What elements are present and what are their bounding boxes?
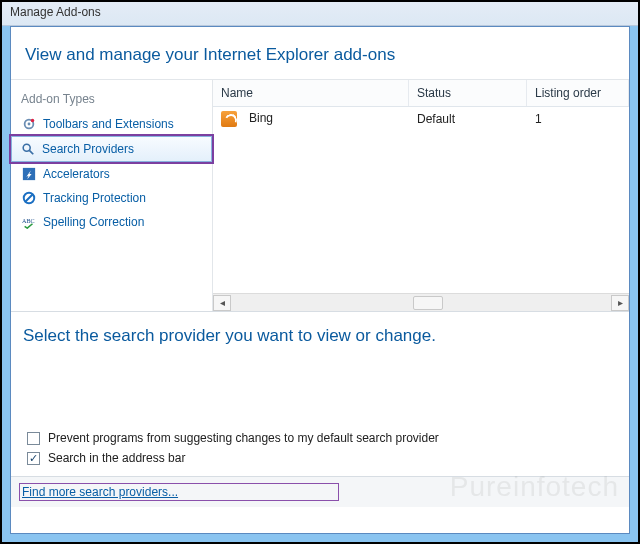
sidebar-item-toolbars[interactable]: Toolbars and Extensions xyxy=(13,112,210,136)
cell-status: Default xyxy=(409,112,527,126)
horizontal-scrollbar[interactable]: ◂ ▸ xyxy=(213,293,629,311)
sidebar-item-label: Tracking Protection xyxy=(43,191,146,205)
sidebar-item-accelerators[interactable]: Accelerators xyxy=(13,162,210,186)
cell-name: Bing xyxy=(213,111,409,127)
option-label: Search in the address bar xyxy=(48,451,185,465)
sidebar-item-label: Search Providers xyxy=(42,142,134,156)
options-group: Prevent programs from suggesting changes… xyxy=(11,356,629,476)
lower-panel: Select the search provider you want to v… xyxy=(11,311,629,507)
column-listing-order[interactable]: Listing order xyxy=(527,80,629,106)
sidebar-item-search-providers[interactable]: Search Providers xyxy=(11,136,212,162)
window-title: Manage Add-ons xyxy=(10,5,101,19)
checkbox-checked[interactable]: ✓ xyxy=(27,452,40,465)
sidebar-item-label: Accelerators xyxy=(43,167,110,181)
column-headers: Name Status Listing order xyxy=(213,80,629,107)
option-prevent-changes[interactable]: Prevent programs from suggesting changes… xyxy=(27,428,617,448)
scroll-track[interactable] xyxy=(231,295,611,311)
scroll-left-button[interactable]: ◂ xyxy=(213,295,231,311)
svg-line-7 xyxy=(26,195,33,202)
scroll-right-button[interactable]: ▸ xyxy=(611,295,629,311)
sidebar-item-spelling[interactable]: ABC Spelling Correction xyxy=(13,210,210,234)
accelerator-icon xyxy=(21,166,37,182)
sidebar-item-label: Spelling Correction xyxy=(43,215,144,229)
block-icon xyxy=(21,190,37,206)
option-search-addressbar[interactable]: ✓ Search in the address bar xyxy=(27,448,617,468)
find-more-providers-link[interactable]: Find more search providers... xyxy=(19,483,339,501)
cell-order: 1 xyxy=(527,112,629,126)
instruction-text: Select the search provider you want to v… xyxy=(11,312,629,356)
option-label: Prevent programs from suggesting changes… xyxy=(48,431,439,445)
checkbox-unchecked[interactable] xyxy=(27,432,40,445)
list-pane: Name Status Listing order Bing Default 1… xyxy=(213,80,629,311)
dialog-client: View and manage your Internet Explorer a… xyxy=(10,26,630,534)
spellcheck-icon: ABC xyxy=(21,214,37,230)
main-split: Add-on Types Toolbars and Extensions Sea… xyxy=(11,79,629,311)
rows-container: Bing Default 1 xyxy=(213,107,629,293)
window-titlebar: Manage Add-ons xyxy=(2,2,638,26)
svg-text:ABC: ABC xyxy=(22,218,35,224)
bing-icon xyxy=(221,111,237,127)
svg-line-4 xyxy=(29,150,33,154)
sidebar-item-label: Toolbars and Extensions xyxy=(43,117,174,131)
sidebar-title: Add-on Types xyxy=(11,80,212,112)
column-status[interactable]: Status xyxy=(409,80,527,106)
search-icon xyxy=(20,141,36,157)
footer: Find more search providers... xyxy=(11,476,629,507)
page-header: View and manage your Internet Explorer a… xyxy=(11,27,629,79)
column-name[interactable]: Name xyxy=(213,80,409,106)
table-row[interactable]: Bing Default 1 xyxy=(213,107,629,131)
svg-point-2 xyxy=(31,119,35,123)
gear-icon xyxy=(21,116,37,132)
sidebar: Add-on Types Toolbars and Extensions Sea… xyxy=(11,80,213,311)
sidebar-item-tracking-protection[interactable]: Tracking Protection xyxy=(13,186,210,210)
scroll-thumb[interactable] xyxy=(413,296,443,310)
svg-point-1 xyxy=(28,123,31,126)
svg-point-3 xyxy=(23,144,30,151)
